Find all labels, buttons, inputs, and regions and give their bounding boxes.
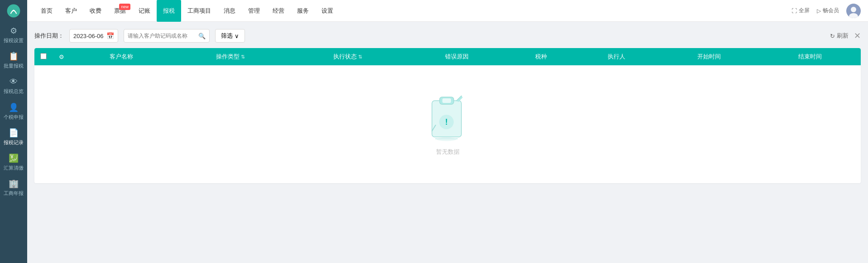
nav-item-settings[interactable]: 设置: [315, 0, 340, 22]
sidebar-label-batch-tax: 批量报税: [4, 63, 24, 69]
svg-text:!: !: [445, 117, 448, 127]
nav-item-service[interactable]: 服务: [291, 0, 315, 22]
sidebar-label-personal-tax: 个税申报: [4, 114, 24, 120]
sidebar-icon-annual-report: 🏢: [7, 178, 20, 189]
sidebar-label-annual-report: 工商年报: [4, 190, 24, 196]
sidebar: ⚙ 报税设置 📋 批量报税 👁 报税总览 👤 个税申报 📄 报税记录 💹 汇算清…: [0, 0, 27, 263]
sort-icon-exec-status: ⇅: [358, 54, 362, 59]
member-label: 畅会员: [823, 7, 839, 15]
content-area: 操作日期： 2023-06-06 📅 🔍 筛选 ∨ ↻ 刷新: [27, 22, 868, 263]
nav-item-invoice[interactable]: 票据new: [108, 0, 132, 22]
sidebar-label-tax-record: 报税记录: [4, 140, 24, 146]
sidebar-icon-tax-summary: 👁: [7, 76, 20, 87]
filter-button[interactable]: 筛选 ∨: [215, 29, 245, 43]
gear-icon[interactable]: ⚙: [59, 54, 64, 60]
sidebar-item-remit[interactable]: 💹 汇算清缴: [0, 149, 27, 175]
sidebar-icon-remit: 💹: [7, 153, 20, 164]
date-value: 2023-06-06: [73, 33, 104, 39]
date-label: 操作日期：: [34, 32, 64, 40]
page-content: 操作日期： 2023-06-06 📅 🔍 筛选 ∨ ↻ 刷新: [27, 22, 868, 263]
empty-illustration: !: [427, 93, 468, 142]
sidebar-icon-personal-tax: 👤: [7, 102, 20, 113]
nav-item-business[interactable]: 工商项目: [181, 0, 217, 22]
nav-item-bookkeeping[interactable]: 记账: [132, 0, 157, 22]
nav-item-messages[interactable]: 消息: [217, 0, 242, 22]
col-executor: 执行人: [574, 48, 658, 65]
main-wrap: 首页客户收费票据new记账报税工商项目消息管理经营服务设置 ⛶ 全屏 ▷ 畅会员: [27, 0, 868, 263]
table-wrap: ⚙客户名称操作类型⇅执行状态⇅错误原因税种执行人开始时间结束时间: [34, 48, 861, 183]
nav-item-home[interactable]: 首页: [34, 0, 59, 22]
sidebar-logo: [0, 0, 27, 22]
nav-item-billing[interactable]: 收费: [83, 0, 108, 22]
search-icon: 🔍: [198, 33, 206, 39]
sidebar-item-personal-tax[interactable]: 👤 个税申报: [0, 98, 27, 124]
sidebar-icon-tax-record: 📄: [7, 127, 20, 138]
search-input[interactable]: [128, 33, 196, 39]
col-tax-type: 税种: [508, 48, 574, 65]
toolbar: 操作日期： 2023-06-06 📅 🔍 筛选 ∨ ↻ 刷新: [34, 29, 861, 43]
sidebar-item-tax-summary[interactable]: 👁 报税总览: [0, 73, 27, 98]
toolbar-right: ↻ 刷新 ✕: [830, 31, 861, 41]
sidebar-item-batch-tax[interactable]: 📋 批量报税: [0, 47, 27, 73]
search-wrap[interactable]: 🔍: [124, 29, 210, 43]
top-nav: 首页客户收费票据new记账报税工商项目消息管理经营服务设置 ⛶ 全屏 ▷ 畅会员: [27, 0, 868, 22]
refresh-icon: ↻: [830, 33, 835, 39]
data-table: ⚙客户名称操作类型⇅执行状态⇅错误原因税种执行人开始时间结束时间: [34, 48, 861, 183]
sidebar-item-tax-record[interactable]: 📄 报税记录: [0, 124, 27, 149]
refresh-button[interactable]: ↻ 刷新: [830, 32, 849, 40]
user-avatar[interactable]: [846, 4, 861, 18]
refresh-label: 刷新: [837, 32, 849, 40]
col-gear: ⚙: [53, 48, 71, 65]
col-start-time: 开始时间: [658, 48, 760, 65]
col-end-time: 结束时间: [759, 48, 861, 65]
sidebar-item-annual-report[interactable]: 🏢 工商年报: [0, 175, 27, 200]
nav-badge-invoice: new: [119, 4, 130, 10]
sidebar-icon-tax-settings: ⚙: [7, 25, 20, 36]
fullscreen-label: 全屏: [799, 7, 810, 15]
select-all-checkbox[interactable]: [40, 53, 47, 59]
col-client-name: 客户名称: [71, 48, 172, 65]
col-checkbox: [34, 48, 53, 65]
sort-icon-operation-type: ⇅: [241, 54, 245, 59]
nav-item-customer[interactable]: 客户: [59, 0, 83, 22]
nav-item-manage[interactable]: 管理: [242, 0, 266, 22]
col-error-reason: 错误原因: [407, 48, 508, 65]
top-nav-right: ⛶ 全屏 ▷ 畅会员: [791, 4, 861, 18]
member-button[interactable]: ▷ 畅会员: [817, 7, 839, 15]
chevron-down-icon: ∨: [235, 33, 239, 39]
sidebar-label-tax-summary: 报税总览: [4, 88, 24, 94]
sidebar-item-tax-settings[interactable]: ⚙ 报税设置: [0, 22, 27, 47]
svg-point-13: [436, 137, 456, 141]
sidebar-label-tax-settings: 报税设置: [4, 38, 24, 44]
date-input[interactable]: 2023-06-06 📅: [69, 29, 118, 43]
close-button[interactable]: ✕: [854, 31, 861, 41]
calendar-icon: 📅: [106, 32, 114, 39]
sidebar-icon-batch-tax: 📋: [7, 51, 20, 62]
svg-rect-6: [442, 98, 451, 103]
filter-label: 筛选: [221, 32, 233, 40]
nav-item-tax[interactable]: 报税: [157, 0, 181, 22]
nav-item-finance[interactable]: 经营: [266, 0, 291, 22]
sidebar-label-remit: 汇算清缴: [4, 165, 24, 171]
empty-state: !: [34, 65, 861, 183]
fullscreen-button[interactable]: ⛶ 全屏: [791, 7, 810, 15]
empty-text: 暂无数据: [436, 148, 460, 156]
col-exec-status[interactable]: 执行状态⇅: [289, 48, 407, 65]
svg-point-2: [851, 7, 856, 12]
col-operation-type[interactable]: 操作类型⇅: [172, 48, 289, 65]
